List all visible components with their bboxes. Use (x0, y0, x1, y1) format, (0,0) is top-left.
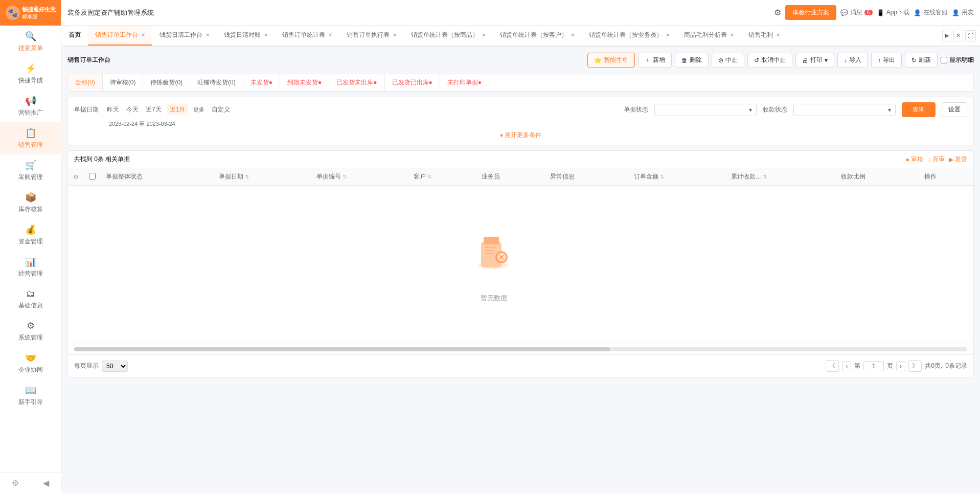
topbar-user[interactable]: 👤 用友 (952, 8, 974, 17)
filter-tab-not-shipped[interactable]: 未发货● (243, 74, 280, 91)
col-gear[interactable]: ⚙ (68, 168, 84, 186)
col-date[interactable]: 单据日期 ⇅ (214, 168, 311, 186)
sidebar-item-inventory[interactable]: 📦 库存核算 (0, 187, 61, 219)
export-btn[interactable]: ↑ 导出 (871, 53, 902, 68)
col-operation: 操作 (919, 168, 973, 186)
col-customer[interactable]: 客户 ⇅ (408, 168, 476, 186)
topbar-online-service[interactable]: 👤 在线客服 (914, 8, 948, 17)
filter-tab-shipped-out[interactable]: 已发货已出库● (385, 74, 440, 91)
tab-cash-check-close[interactable]: ✕ (264, 32, 268, 38)
query-btn[interactable]: 查询 (902, 102, 936, 117)
sidebar-item-quicknav[interactable]: ⚡ 快捷导航 (0, 58, 61, 90)
sidebar-item-operations[interactable]: 📊 经营管理 (0, 251, 61, 283)
sidebar-label-quicknav: 快捷导航 (18, 76, 43, 85)
tab-sales-stats-close[interactable]: ✕ (328, 32, 332, 38)
filter-tab-pending-review[interactable]: 待审核(0) (103, 74, 144, 91)
industry-btn[interactable]: 体验行业方案 (785, 5, 836, 20)
col-number[interactable]: 单据编号 ⇅ (311, 168, 409, 186)
date-opt-1month[interactable]: 近1月 (167, 104, 189, 115)
page-size-select[interactable]: 10 20 50 100 (102, 361, 128, 372)
sidebar-item-sales[interactable]: 📋 销售管理 (0, 122, 61, 154)
tab-cash-daily-close[interactable]: ✕ (206, 32, 210, 38)
add-btn[interactable]: ＋ 新增 (638, 53, 672, 68)
col-checkbox[interactable] (84, 168, 101, 186)
tab-margin-analysis[interactable]: 商品毛利分析表 ✕ (677, 26, 741, 46)
show-detail-checkbox[interactable]: 显示明细 (941, 56, 974, 64)
tab-sales-by-customer-close[interactable]: ✕ (571, 32, 575, 38)
date-opt-7days[interactable]: 近7天 (144, 104, 164, 115)
tab-sales-exec[interactable]: 销售订单执行表 ✕ (339, 26, 404, 46)
filter-tab-shipped-not-out[interactable]: 已发货未出库● (329, 74, 384, 91)
col-staff[interactable]: 业务员 (476, 168, 545, 186)
tab-margin-analysis-close[interactable]: ✕ (730, 32, 734, 38)
settings-bottom-icon[interactable]: ⚙ (12, 478, 19, 488)
col-amount[interactable]: 订单金额 ⇅ (629, 168, 726, 186)
tab-arrow-prev[interactable]: ▶ (942, 30, 951, 41)
last-page-btn[interactable]: 》 (908, 360, 922, 372)
stop-btn[interactable]: ⊘ 中止 (712, 53, 744, 68)
date-opt-more[interactable]: 更多 (191, 105, 207, 115)
topbar-message[interactable]: 💬 消息 6 (840, 8, 873, 17)
sidebar-item-guide[interactable]: 📖 新手引导 (0, 379, 61, 412)
tab-sales-order-close[interactable]: ✕ (141, 32, 145, 38)
tab-maximize[interactable]: ⛶ (965, 30, 976, 41)
tab-sales-order[interactable]: 销售订单工作台 ✕ (88, 26, 152, 46)
tab-sales-by-product-close[interactable]: ✕ (482, 32, 486, 38)
sidebar-item-basic[interactable]: 🗂 基础信息 (0, 283, 61, 315)
smart-btn[interactable]: ⭐ 智能生单 (587, 53, 635, 68)
sidebar-item-cooperation[interactable]: 🤝 企业协同 (0, 347, 61, 379)
sidebar-item-search[interactable]: 🔍 搜索菜单 (0, 26, 61, 58)
date-opt-custom[interactable]: 自定义 (210, 104, 232, 115)
refresh-btn[interactable]: ↻ 刷新 (905, 53, 938, 68)
print-btn[interactable]: 🖨 打印 ▾ (795, 53, 834, 68)
ship-action-btn[interactable]: ▶ 发货 (949, 155, 967, 164)
page-input[interactable] (863, 361, 884, 371)
date-opt-today[interactable]: 今天 (124, 104, 141, 115)
tab-sales-by-staff-close[interactable]: ✕ (666, 32, 670, 38)
expand-btn[interactable]: ▾ 展开更多条件 (500, 131, 541, 140)
filter-tab-not-printed[interactable]: 未打印单据● (440, 74, 489, 91)
collapse-icon[interactable]: ◀ (43, 478, 49, 488)
tab-sales-exec-close[interactable]: ✕ (393, 32, 397, 38)
col-received[interactable]: 累计收款... ⇅ (726, 168, 836, 186)
tab-sales-by-staff[interactable]: 销货单统计表（按业务员） ✕ (582, 26, 677, 46)
page-nav: 《 ‹ 第 页 › 》 共0页, 0条记录 (826, 360, 967, 372)
cancel-stop-btn[interactable]: ↺ 取消中止 (747, 53, 792, 68)
filter-tab-pending-inspection[interactable]: 待拣验货(0) (143, 74, 190, 91)
import-btn[interactable]: ↓ 导入 (837, 53, 868, 68)
date-opt-yesterday[interactable]: 昨天 (105, 104, 121, 115)
tab-sales-by-product[interactable]: 销货单统计表（按商品） ✕ (404, 26, 493, 46)
review-label: 审核 (911, 155, 923, 164)
select-all-checkbox[interactable] (89, 173, 96, 180)
sidebar-item-system[interactable]: ⚙ 系统管理 (0, 315, 61, 347)
next-page-btn[interactable]: › (896, 361, 905, 371)
prev-page-btn[interactable]: ‹ (842, 361, 851, 371)
tab-sales-stats[interactable]: 销售订单统计表 ✕ (275, 26, 339, 46)
status-select[interactable]: ▾ (654, 104, 757, 116)
scroll-thumb[interactable] (74, 347, 610, 351)
sidebar-item-finance[interactable]: 💰 资金管理 (0, 219, 61, 251)
first-page-btn[interactable]: 《 (826, 360, 839, 372)
tab-close-all[interactable]: ✕ (953, 30, 963, 41)
tab-home[interactable]: 首页 (61, 26, 88, 46)
show-detail-input[interactable] (941, 57, 947, 63)
delete-btn[interactable]: 🗑 删除 (675, 53, 709, 68)
tab-sales-profit[interactable]: 销售毛利 ✕ (741, 26, 787, 46)
settings-filter-btn[interactable]: 设置 (942, 102, 967, 117)
tab-cash-check[interactable]: 钱货日清对账 ✕ (217, 26, 275, 46)
sidebar-item-purchase[interactable]: 🛒 采购管理 (0, 154, 61, 187)
filter-tab-wangpu[interactable]: 旺铺待发货(0) (190, 74, 243, 91)
payment-select[interactable]: ▾ (793, 104, 896, 116)
topbar-settings-icon[interactable]: ⚙ (774, 8, 781, 17)
review-action-btn[interactable]: ● 审核 (906, 155, 923, 164)
scroll-bar[interactable] (74, 347, 967, 351)
tab-sales-profit-close[interactable]: ✕ (776, 32, 780, 38)
tab-cash-daily[interactable]: 钱货日清工作台 ✕ (152, 26, 217, 46)
filter-tab-overdue[interactable]: 到期未发货● (280, 74, 329, 91)
filter-tab-all[interactable]: 全部(0) (68, 74, 103, 91)
topbar-app-download[interactable]: 📱 App下载 (877, 8, 909, 17)
topbar-title: 装备及固定资产辅助管理系统 (67, 8, 770, 17)
tab-sales-by-customer[interactable]: 销货单统计表（按客户） ✕ (493, 26, 582, 46)
cancel-review-action-btn[interactable]: ○ 弃审 (927, 155, 945, 164)
sidebar-item-marketing[interactable]: 📢 营销推广 (0, 90, 61, 122)
